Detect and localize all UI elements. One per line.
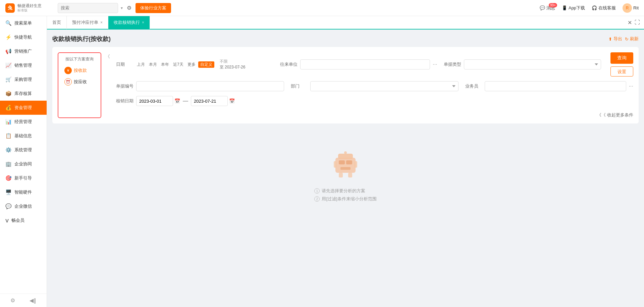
top-header: 兔 畅捷通好生意 标准版 ▾ ⚙ 体验行业方案 💬 消息 99+ 📱 App下载… [0,0,644,16]
salesperson-input[interactable] [485,81,626,91]
date-more[interactable]: 更多 [186,61,197,68]
sidebar-item-purchase[interactable]: 🛒 采购管理 [0,72,47,87]
sidebar-label-system: 系统管理 [14,147,32,153]
filter-panel: 按以下方案查询 ¥ 按收款 ⏰ 按应收 《 [52,47,639,123]
tab-prepay-close[interactable]: × [100,20,103,25]
sidebar-item-operation[interactable]: 📊 经营管理 [0,115,47,129]
guide-icon: 🎯 [5,175,12,181]
gear-icon[interactable]: ⚙ [127,5,131,11]
main-layout: 🔍 搜索菜单 ⚡ 快捷导航 📢 营销推广 📈 销售管理 🛒 采购管理 📦 库存核… [0,16,644,307]
empty-hints: 1 请先选择要分析的方案 2 用[过滤]条件来缩小分析范围 [314,188,376,202]
message-btn[interactable]: 💬 消息 99+ [540,5,555,11]
sidebar-label-hardware: 智能硬件 [14,189,32,195]
export-label: 导出 [613,36,622,42]
sidebar-label-marketing: 营销推广 [14,48,32,54]
system-icon: ⚙️ [5,147,12,153]
finance-icon: 💰 [5,105,12,111]
counterpart-input[interactable] [300,59,430,69]
industry-btn[interactable]: 体验行业方案 [136,3,171,13]
settings-bottom-icon[interactable]: ⚙ [10,297,15,304]
basic-info-icon: 📋 [5,133,12,139]
query-btn[interactable]: 查询 [610,52,633,64]
verify-date-end-icon[interactable]: 📅 [229,98,235,104]
purchase-icon: 🛒 [5,76,12,83]
empty-hint-2: 2 用[过滤]条件来缩小分析范围 [314,196,376,202]
logo-area: 兔 畅捷通好生意 标准版 [5,3,52,13]
empty-state: 1 请先选择要分析的方案 2 用[过滤]条件来缩小分析范围 [52,127,639,222]
counterpart-dots[interactable]: ··· [433,61,437,67]
department-select[interactable] [310,81,459,91]
filter-option-by-collection[interactable]: ¥ 按收款 [62,65,97,76]
sidebar-item-member[interactable]: V 畅会员 [0,213,47,227]
export-btn[interactable]: ⬆ 导出 [608,36,622,42]
svg-rect-8 [338,154,353,159]
sidebar-label-purchase: 采购管理 [14,76,32,83]
hint-num-1: 1 [314,188,320,194]
tab-collection-close[interactable]: × [142,20,144,25]
header-search-area: ▾ [58,3,123,13]
sidebar-item-guide[interactable]: 🎯 新手引导 [0,171,47,185]
logo-edition: 标准版 [17,8,42,12]
sidebar-label-quick-nav: 快捷导航 [14,34,32,40]
member-icon: V [5,218,9,223]
verify-date-start-input[interactable] [136,96,173,106]
bill-no-input[interactable] [136,81,284,91]
svg-rect-1 [339,160,345,164]
sidebar-item-search[interactable]: 🔍 搜索菜单 [0,16,47,30]
refresh-label: 刷新 [630,36,639,42]
user-menu[interactable]: R Rit [623,3,639,13]
filter-option-by-receivable[interactable]: ⏰ 按应收 [62,76,97,88]
setting-btn[interactable]: 设置 [610,66,633,76]
dropdown-icon[interactable]: ▾ [121,6,123,10]
sidebar-item-basic-info[interactable]: 📋 基础信息 [0,129,47,143]
sidebar-item-inventory[interactable]: 📦 库存核算 [0,87,47,101]
date-this-month[interactable]: 本月 [148,61,158,68]
department-field: 部门 [291,81,459,91]
verify-date-start-field: 📅 [136,96,180,106]
sidebar-item-enterprise[interactable]: 🏢 企业协同 [0,157,47,171]
phone-icon: 📱 [562,5,567,10]
svg-point-9 [344,151,347,154]
collapse-sidebar-icon[interactable]: ◀‖ [30,297,36,304]
sidebar-item-hardware[interactable]: 🖥️ 智能硬件 [0,185,47,199]
app-download-label: App下载 [569,5,585,11]
close-all-tabs-icon[interactable]: ✕ [628,19,632,26]
salesperson-dots[interactable]: ··· [629,83,633,89]
sidebar-item-wechat[interactable]: 💬 企业微信 [0,199,47,213]
sidebar-item-finance[interactable]: 💰 资金管理 [0,101,47,115]
sidebar-item-system[interactable]: ⚙️ 系统管理 [0,143,47,157]
by-collection-label: 按收款 [74,67,87,73]
verify-date-start-icon[interactable]: 📅 [174,98,180,104]
date-7days[interactable]: 近7天 [172,61,185,68]
salesperson-label: 业务员 [465,83,482,89]
export-icon: ⬆ [608,37,612,42]
header-search-input[interactable] [58,3,118,13]
sidebar-label-member: 畅会员 [11,217,24,223]
tab-collection[interactable]: 收款核销执行 × [108,16,150,29]
refresh-btn[interactable]: ↻ 刷新 [625,36,639,42]
date-last-month[interactable]: 上月 [136,61,146,68]
by-receivable-icon: ⏰ [64,78,72,86]
date-custom[interactable]: 自定义 [198,61,214,68]
collapse-more-label: 收起更多条件 [607,112,633,118]
query-area: 查询 设置 [610,52,633,76]
sidebar-label-basic-info: 基础信息 [14,133,32,139]
sidebar-item-quick-nav[interactable]: ⚡ 快捷导航 [0,30,47,44]
sidebar-item-marketing[interactable]: 📢 营销推广 [0,44,47,58]
hint-num-2: 2 [314,196,320,202]
collapse-panel-btn[interactable]: 《 [105,52,112,118]
verify-date-label: 核销日期 [116,98,133,104]
sidebar-item-sales[interactable]: 📈 销售管理 [0,58,47,72]
tab-home[interactable]: 首页 [47,16,67,29]
collapse-more-btn[interactable]: 《《 收起更多条件 [597,112,633,118]
online-service-btn[interactable]: 🎧 在线客服 [592,5,616,11]
app-download-btn[interactable]: 📱 App下载 [562,5,585,11]
online-service-label: 在线客服 [598,5,616,11]
date-this-year[interactable]: 本年 [160,61,170,68]
sidebar-label-guide: 新手引导 [14,175,32,181]
expand-tabs-icon[interactable]: ⛶ [635,19,640,25]
verify-date-end-input[interactable] [191,96,228,106]
tab-prepay[interactable]: 预付冲应付单 × [67,16,108,29]
bill-type-select[interactable] [464,59,601,69]
sidebar-bottom: ⚙ ◀‖ [0,294,47,307]
